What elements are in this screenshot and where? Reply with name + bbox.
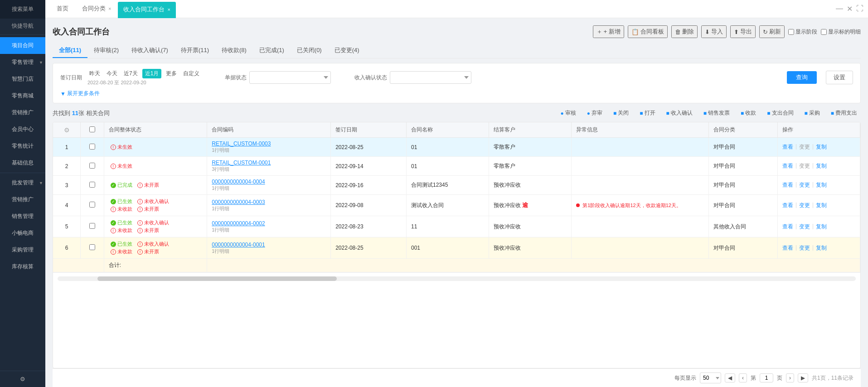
expense-contract-button[interactable]: ■ 支出合同 bbox=[763, 108, 797, 118]
kanban-button[interactable]: 📋 合同看板 bbox=[628, 25, 668, 38]
change-link-5[interactable]: 变更 bbox=[799, 223, 810, 231]
contract-link-4[interactable]: 0000000000004-0003 bbox=[212, 199, 326, 205]
sidebar-item-member[interactable]: 会员中心 bbox=[0, 121, 45, 138]
filter-tab-closed[interactable]: 已关闭(0) bbox=[291, 44, 328, 58]
next-page-button[interactable]: › bbox=[786, 373, 794, 382]
change-link-3[interactable]: 变更 bbox=[799, 181, 810, 189]
th-checkbox[interactable] bbox=[81, 122, 104, 138]
sidebar-item-sales[interactable]: 销售管理 bbox=[0, 208, 45, 225]
filter-tab-pending-review[interactable]: 待审核(2) bbox=[87, 44, 125, 58]
date-btn-more[interactable]: 更多 bbox=[164, 69, 179, 78]
th-settings[interactable]: ⚙ bbox=[53, 122, 81, 138]
export-button[interactable]: ⬆ 导出 bbox=[730, 25, 756, 38]
contract-link-6[interactable]: 0000000000004-0001 bbox=[212, 242, 326, 248]
refresh-button[interactable]: ↻ 刷新 bbox=[759, 25, 785, 38]
copy-link-5[interactable]: 复制 bbox=[816, 223, 827, 231]
contract-link-3[interactable]: 0000000000004-0004 bbox=[212, 179, 326, 185]
filter-tab-pending-confirm[interactable]: 待收入确认(7) bbox=[125, 44, 175, 58]
close-icon[interactable]: ✕ bbox=[847, 5, 853, 13]
contract-link-5[interactable]: 0000000000004-0002 bbox=[212, 220, 326, 227]
sidebar-item-retail-management[interactable]: 零售管理 bbox=[0, 54, 45, 71]
view-link-3[interactable]: 查看 bbox=[782, 181, 793, 189]
horizontal-scrollbar[interactable] bbox=[58, 276, 856, 281]
contract-link-2[interactable]: RETAIL_CUSTOM-0001 bbox=[212, 160, 326, 166]
page-input[interactable] bbox=[760, 373, 773, 382]
settings-icon[interactable]: ⚙ bbox=[64, 126, 70, 134]
tab-income-contract[interactable]: 收入合同工作台 × bbox=[118, 2, 175, 18]
import-button[interactable]: ⬇ 导入 bbox=[701, 25, 727, 38]
filter-tab-all[interactable]: 全部(11) bbox=[53, 44, 87, 58]
copy-link-2[interactable]: 复制 bbox=[816, 162, 827, 170]
row-checkbox-3[interactable] bbox=[89, 182, 95, 188]
sidebar-item-ecommerce[interactable]: 小畅电商 bbox=[0, 225, 45, 242]
add-button[interactable]: ＋ + 新增 bbox=[593, 25, 625, 38]
change-link-4[interactable]: 变更 bbox=[799, 202, 810, 209]
filter-tab-pending-invoice[interactable]: 待开票(11) bbox=[175, 44, 215, 58]
row-check-5[interactable] bbox=[81, 216, 104, 237]
date-btn-1month[interactable]: 近1月 bbox=[142, 69, 162, 78]
sidebar-item-smart-store[interactable]: 智慧门店 bbox=[0, 71, 45, 87]
copy-link-6[interactable]: 复制 bbox=[816, 244, 827, 252]
sidebar-item-marketing[interactable]: 营销推广 bbox=[0, 104, 45, 121]
query-button[interactable]: 查询 bbox=[787, 71, 817, 84]
view-link-4[interactable]: 查看 bbox=[782, 202, 793, 209]
row-checkbox-2[interactable] bbox=[89, 163, 95, 169]
tab-income-contract-close[interactable]: × bbox=[167, 7, 170, 12]
date-btn-yesterday[interactable]: 昨天 bbox=[87, 69, 102, 78]
sidebar-nav[interactable]: 快捷导航 bbox=[0, 19, 45, 35]
row-check-4[interactable] bbox=[81, 195, 104, 216]
close-contract-button[interactable]: ■ 关闭 bbox=[610, 108, 632, 118]
sidebar-item-wholesale-marketing[interactable]: 营销推广 bbox=[0, 191, 45, 208]
sidebar-item-retail-mall[interactable]: 零售商城 bbox=[0, 87, 45, 104]
delete-button[interactable]: 🗑 删除 bbox=[671, 25, 698, 38]
contract-link-1[interactable]: RETAIL_CUSTOM-0003 bbox=[212, 140, 326, 147]
show-detail-input[interactable] bbox=[821, 29, 827, 35]
status-select[interactable] bbox=[249, 71, 331, 84]
sales-invoice-button[interactable]: ■ 销售发票 bbox=[700, 108, 733, 118]
sidebar-item-retail-stats[interactable]: 零售统计 bbox=[0, 138, 45, 155]
set-button[interactable]: 设置 bbox=[826, 71, 853, 84]
row-check-6[interactable] bbox=[81, 237, 104, 259]
page-size-select[interactable]: 50 20 100 bbox=[700, 372, 721, 383]
copy-link-3[interactable]: 复制 bbox=[816, 181, 827, 189]
row-checkbox-1[interactable] bbox=[89, 144, 95, 150]
view-link-5[interactable]: 查看 bbox=[782, 223, 793, 231]
sidebar-search[interactable]: 搜索菜单 bbox=[0, 0, 45, 19]
date-btn-7days[interactable]: 近7天 bbox=[122, 69, 140, 78]
expand-more-btn[interactable]: ▼ 展开更多条件 bbox=[60, 90, 853, 97]
show-fields-checkbox[interactable]: 显示阶段 bbox=[788, 28, 817, 36]
date-btn-today[interactable]: 今天 bbox=[105, 69, 119, 78]
tab-contract-category[interactable]: 合同分类 × bbox=[75, 0, 118, 18]
show-fields-input[interactable] bbox=[788, 29, 794, 35]
prev-page-button[interactable]: ‹ bbox=[739, 373, 747, 382]
tab-home[interactable]: 首页 bbox=[50, 0, 75, 18]
last-page-button[interactable]: ▶ bbox=[798, 373, 808, 382]
expand-icon[interactable]: ⛶ bbox=[856, 5, 863, 13]
collect-button[interactable]: ■ 收款 bbox=[737, 108, 760, 118]
confirm-select[interactable] bbox=[390, 71, 471, 84]
copy-link-4[interactable]: 复制 bbox=[816, 202, 827, 209]
abandon-review-button[interactable]: ● 弃审 bbox=[583, 108, 606, 118]
minimize-icon[interactable]: — bbox=[836, 5, 843, 13]
view-link-6[interactable]: 查看 bbox=[782, 244, 793, 252]
show-detail-checkbox[interactable]: 显示标的明细 bbox=[821, 28, 861, 36]
row-checkbox-4[interactable] bbox=[89, 202, 95, 208]
scroll-thumb[interactable] bbox=[97, 276, 337, 281]
row-checkbox-5[interactable] bbox=[89, 223, 95, 229]
filter-tab-completed[interactable]: 已完成(1) bbox=[253, 44, 291, 58]
row-check-2[interactable] bbox=[81, 157, 104, 176]
sidebar-settings[interactable]: ⚙ bbox=[0, 371, 45, 387]
sidebar-item-basic-info[interactable]: 基础信息 bbox=[0, 155, 45, 171]
sidebar-item-project-contract[interactable]: 项目合同 bbox=[0, 37, 45, 54]
copy-link-1[interactable]: 复制 bbox=[816, 143, 827, 151]
sidebar-item-wholesale[interactable]: 批发管理 bbox=[0, 174, 45, 191]
sidebar-item-purchase[interactable]: 采购管理 bbox=[0, 242, 45, 258]
row-check-3[interactable] bbox=[81, 176, 104, 195]
filter-tab-changed[interactable]: 已变更(4) bbox=[328, 44, 366, 58]
review-button[interactable]: ● 审核 bbox=[557, 108, 580, 118]
open-button[interactable]: ■ 打开 bbox=[636, 108, 659, 118]
first-page-button[interactable]: ◀ bbox=[725, 373, 735, 382]
income-confirm-button[interactable]: ■ 收入确认 bbox=[663, 108, 696, 118]
view-link-2[interactable]: 查看 bbox=[782, 162, 793, 170]
date-btn-custom[interactable]: 自定义 bbox=[181, 69, 201, 78]
